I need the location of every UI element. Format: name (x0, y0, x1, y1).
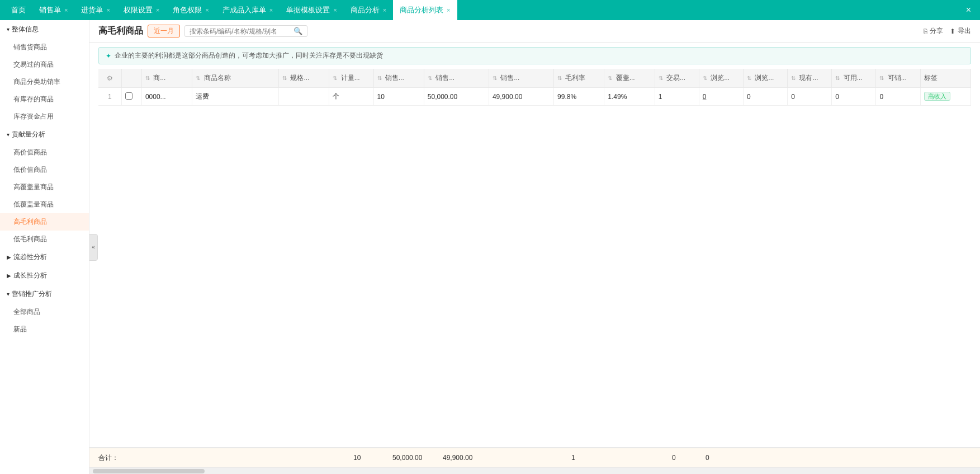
search-input[interactable] (190, 27, 293, 35)
close-permission-icon[interactable]: × (156, 7, 159, 13)
row-available: 0 (832, 88, 876, 106)
sidebar-item-sales-goods[interactable]: 销售货商品 (0, 39, 89, 56)
col-trade[interactable]: 交易... (655, 69, 699, 88)
close-window-icon[interactable]: × (962, 5, 976, 15)
filter-month-button[interactable]: 近一月 (148, 25, 180, 37)
row-browse2: 0 (743, 88, 787, 106)
row-trade: 1 (655, 88, 699, 106)
row-checkbox[interactable] (121, 88, 141, 106)
footer-available: 0 (702, 454, 736, 462)
close-sales-icon[interactable]: × (64, 7, 68, 13)
footer-spacer1 (165, 454, 277, 462)
sidebar-item-low-value[interactable]: 低价值商品 (0, 161, 89, 179)
arrow-overall-icon: ▾ (7, 26, 10, 32)
nav-right-area: × (962, 5, 976, 15)
info-bar: ✦ 企业的主要的利润都是这部分商品创造的，可考虑加大推广，同时关注库存是不要出现… (98, 47, 971, 64)
export-icon: ⬆ (950, 27, 955, 35)
share-icon: ⎘ (924, 27, 927, 35)
nav-sales[interactable]: 销售单 × (32, 0, 74, 20)
col-checkbox (121, 69, 141, 88)
sidebar-item-traded-goods[interactable]: 交易过的商品 (0, 56, 89, 73)
row-sellable: 0 (876, 88, 920, 106)
col-unit[interactable]: 计量... (329, 69, 373, 88)
nav-role[interactable]: 角色权限 × (166, 0, 215, 20)
footer-trade: 1 (568, 454, 602, 462)
col-browse2[interactable]: 浏览... (743, 69, 787, 88)
search-icon[interactable]: 🔍 (293, 27, 302, 35)
close-template-icon[interactable]: × (333, 7, 337, 13)
sidebar-item-new-goods[interactable]: 新品 (0, 321, 89, 338)
close-product-inbound-icon[interactable]: × (269, 7, 273, 13)
sidebar-item-high-value[interactable]: 高价值商品 (0, 144, 89, 161)
col-current[interactable]: 现有... (788, 69, 832, 88)
col-tag: 标签 (920, 69, 970, 88)
search-box: 🔍 (184, 25, 307, 37)
col-coverage[interactable]: 覆盖... (604, 69, 655, 88)
arrow-trend-icon: ▶ (7, 254, 11, 260)
row-sale-qty: 10 (373, 88, 424, 106)
col-settings[interactable]: ⚙ (98, 69, 121, 88)
row-sale-amount: 50,000.00 (424, 88, 489, 106)
export-button[interactable]: ⬆ 导出 (950, 26, 971, 36)
sidebar-item-all-goods[interactable]: 全部商品 (0, 303, 89, 321)
nav-home[interactable]: 首页 (4, 0, 32, 20)
row-name: 运费 (192, 88, 279, 106)
footer-spacer2 (277, 454, 350, 462)
sidebar-item-category-rate[interactable]: 商品分类助销率 (0, 73, 89, 91)
close-purchase-icon[interactable]: × (106, 7, 110, 13)
row-current: 0 (788, 88, 832, 106)
sidebar: ▾ 整体信息 销售货商品 交易过的商品 商品分类助销率 有库存的商品 库存资金占… (0, 20, 89, 474)
close-analysis-icon[interactable]: × (383, 7, 386, 13)
col-sale-profit[interactable]: 销售... (489, 69, 553, 88)
scroll-thumb[interactable] (93, 469, 205, 473)
footer-spacer3 (490, 454, 568, 462)
sidebar-section-contribution[interactable]: ▾ 贡献量分析 (0, 125, 89, 144)
col-spec[interactable]: 规格... (279, 69, 329, 88)
nav-permission[interactable]: 权限设置 × (117, 0, 166, 20)
share-button[interactable]: ⎘ 分享 (924, 26, 943, 36)
bottom-scrollbar[interactable] (89, 467, 980, 474)
content-header: 高毛利商品 近一月 🔍 ⎘ 分享 ⬆ 导出 (89, 20, 980, 43)
content-area: « 高毛利商品 近一月 🔍 ⎘ 分享 ⬆ 导出 ✦ 企 (89, 20, 980, 474)
col-browse1[interactable]: 浏览... (699, 69, 743, 88)
col-code[interactable]: 商... (141, 69, 192, 88)
main-layout: ▾ 整体信息 销售货商品 交易过的商品 商品分类助销率 有库存的商品 库存资金占… (0, 20, 980, 474)
footer-sale-amount: 50,000.00 (389, 454, 439, 462)
nav-analysis[interactable]: 商品分析 × (344, 0, 393, 20)
col-sale-qty[interactable]: 销售... (373, 69, 424, 88)
nav-template[interactable]: 单据模板设置 × (280, 0, 343, 20)
footer-spacer4 (602, 454, 669, 462)
sidebar-item-low-margin[interactable]: 低毛利商品 (0, 231, 89, 248)
nav-purchase[interactable]: 进货单 × (74, 0, 116, 20)
sidebar-section-trend[interactable]: ▶ 流趋性分析 (0, 248, 89, 266)
table-footer: 合计： 10 50,000.00 49,900.00 1 0 0 (89, 447, 980, 467)
sidebar-item-high-coverage[interactable]: 高覆盖量商品 (0, 179, 89, 196)
nav-product-inbound[interactable]: 产成品入库单 × (216, 0, 280, 20)
sidebar-collapse-button[interactable]: « (89, 234, 98, 261)
arrow-contribution-icon: ▾ (7, 132, 10, 138)
sidebar-item-high-margin[interactable]: 高毛利商品 (0, 213, 89, 231)
row-unit: 个 (329, 88, 373, 106)
footer-sale-qty: 10 (350, 454, 389, 462)
arrow-marketing-icon: ▾ (7, 291, 10, 297)
sidebar-section-growth[interactable]: ▶ 成长性分析 (0, 266, 89, 285)
close-role-icon[interactable]: × (205, 7, 209, 13)
col-gross-margin[interactable]: 毛利率 (554, 69, 604, 88)
table-header-row: ⚙ 商... 商品名称 规格... 计量... (98, 69, 971, 88)
row-sale-profit: 49,900.00 (489, 88, 553, 106)
col-sellable[interactable]: 可销... (876, 69, 920, 88)
close-analysis-list-icon[interactable]: × (447, 7, 450, 13)
nav-analysis-list[interactable]: 商品分析列表 × (393, 0, 457, 20)
col-available[interactable]: 可用... (832, 69, 876, 88)
row-browse1[interactable]: 0 (699, 88, 743, 106)
sidebar-item-low-coverage[interactable]: 低覆盖量商品 (0, 196, 89, 213)
sidebar-item-in-stock[interactable]: 有库存的商品 (0, 91, 89, 108)
row-spec (279, 88, 329, 106)
sidebar-section-marketing[interactable]: ▾ 营销推广分析 (0, 285, 89, 303)
sidebar-item-stock-fund[interactable]: 库存资金占用 (0, 108, 89, 125)
col-name[interactable]: 商品名称 (192, 69, 279, 88)
col-sale-amount[interactable]: 销售... (424, 69, 489, 88)
header-right-actions: ⎘ 分享 ⬆ 导出 (924, 26, 971, 36)
row-code: 0000... (141, 88, 192, 106)
sidebar-section-overall[interactable]: ▾ 整体信息 (0, 20, 89, 39)
